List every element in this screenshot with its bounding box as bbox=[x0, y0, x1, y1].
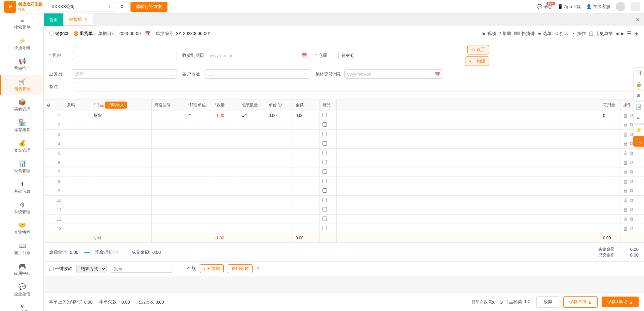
copy-icon[interactable]: ⧉ bbox=[630, 150, 633, 156]
user-menu-icon[interactable] bbox=[631, 2, 640, 11]
delete-icon[interactable]: 🗑 bbox=[623, 217, 628, 222]
float-add-button[interactable]: ⊕ bbox=[633, 90, 644, 101]
sidebar-item-marketing[interactable]: 📢 营销推广 bbox=[0, 54, 43, 75]
discount-help-icon[interactable]: ? bbox=[116, 250, 118, 255]
abandon-button[interactable]: 放弃 bbox=[536, 296, 559, 308]
customer-address-input[interactable]: ... bbox=[205, 69, 310, 79]
gift-checkbox[interactable] bbox=[323, 160, 327, 164]
copy-icon[interactable]: ⧉ bbox=[630, 141, 633, 147]
calendar-icon[interactable]: 📅 bbox=[145, 31, 150, 36]
customer-input[interactable]: ... bbox=[72, 51, 177, 60]
delete-icon[interactable]: 🗑 bbox=[623, 160, 628, 165]
sidebar-item-member[interactable]: V 畅会员 bbox=[0, 300, 43, 311]
copy-icon[interactable]: ⧉ bbox=[630, 197, 633, 203]
gift-checkbox[interactable] bbox=[323, 151, 327, 155]
bank-account-input[interactable] bbox=[111, 265, 173, 273]
unit-1[interactable]: 个 bbox=[185, 111, 212, 120]
sidebar-item-inventory[interactable]: 🏪 库存核算 bbox=[0, 116, 43, 136]
gift-checkbox-1[interactable] bbox=[323, 113, 327, 117]
gift-checkbox[interactable] bbox=[323, 207, 327, 211]
delete-icon[interactable]: 🗑 bbox=[623, 151, 628, 156]
select-button[interactable]: ☰ 选单 bbox=[537, 31, 552, 37]
gift-checkbox[interactable] bbox=[323, 179, 327, 183]
calc-method-select[interactable]: 结算方式 bbox=[76, 265, 107, 273]
sidebar-item-wechat[interactable]: 💬 企业微信 bbox=[0, 280, 43, 300]
copy-icon[interactable]: ⧉ bbox=[630, 122, 633, 128]
sidebar-item-appstore[interactable]: 🎮 应用中心 bbox=[0, 259, 43, 280]
product-1[interactable]: 拆货 bbox=[91, 111, 152, 120]
scan-button[interactable]: 扫码录入 bbox=[105, 102, 127, 109]
gift-checkbox[interactable] bbox=[323, 141, 327, 146]
company-selector[interactable]: XXXXX公司 ▼ bbox=[48, 2, 115, 11]
amount-1[interactable]: 0.00 bbox=[293, 111, 320, 120]
operations-button[interactable]: ⋯ 操作 bbox=[571, 31, 586, 37]
close-all-tabs-button[interactable]: ✕ bbox=[632, 16, 644, 23]
float-wrench-button[interactable]: 🔧 bbox=[633, 136, 644, 147]
sidebar-item-system[interactable]: ⚙ 系统管理 bbox=[0, 198, 43, 218]
gift-checkbox[interactable] bbox=[323, 217, 327, 221]
print-button[interactable]: 🖨 打印 bbox=[554, 31, 569, 37]
copy-icon[interactable]: ⧉ bbox=[630, 207, 633, 212]
radio-return-order[interactable]: 退货单 bbox=[74, 31, 93, 37]
app-download-button[interactable]: 📱 App下载 bbox=[558, 4, 581, 10]
copy-icon[interactable]: ⧉ bbox=[630, 169, 633, 175]
expected-date-input[interactable]: yyyy-mm-dd 📅 bbox=[344, 69, 443, 79]
shortcut-button[interactable]: ⌨ 快捷键 bbox=[514, 31, 535, 37]
gift-checkbox[interactable] bbox=[323, 169, 327, 174]
tab-sales-order[interactable]: 销货单 ✕ bbox=[64, 13, 93, 26]
add-payment-button[interactable]: + + 添加 bbox=[200, 264, 224, 273]
copy-icon[interactable]: ⧉ bbox=[630, 131, 633, 137]
logistics-button[interactable]: + + 物流 bbox=[465, 56, 489, 66]
barcode-1[interactable] bbox=[64, 111, 91, 120]
fee-split-button[interactable]: 费用分摊 bbox=[228, 264, 253, 273]
try-solution-button[interactable]: 体验行业方案 bbox=[130, 2, 167, 12]
remarks-input[interactable] bbox=[75, 82, 639, 91]
float-pencil-button[interactable]: ✏ bbox=[633, 113, 644, 124]
fee-help-icon[interactable]: ? bbox=[257, 266, 259, 271]
due-date-input[interactable]: yyyy-mm-dd 📅 bbox=[207, 51, 310, 60]
delete-icon[interactable]: 🗑 bbox=[623, 226, 628, 231]
delete-icon[interactable]: 🗑 bbox=[623, 179, 628, 184]
tab-close-icon[interactable]: ✕ bbox=[84, 17, 87, 22]
gift-checkbox[interactable] bbox=[323, 198, 327, 202]
delete-icon[interactable]: 🗑 bbox=[623, 122, 628, 128]
copy-icon[interactable]: ⧉ bbox=[630, 179, 633, 184]
copy-icon[interactable]: ⧉ bbox=[630, 226, 633, 231]
pkg-1[interactable]: 1个 bbox=[239, 111, 266, 120]
copy-icon[interactable]: ⧉ bbox=[630, 188, 633, 194]
expected-date-calendar-icon[interactable]: 📅 bbox=[435, 72, 440, 77]
warehouse-input[interactable]: 建材仓 ... bbox=[338, 51, 443, 60]
spec-1[interactable] bbox=[152, 111, 185, 120]
gift-checkbox[interactable] bbox=[323, 132, 327, 136]
price-1[interactable]: 0.00 bbox=[266, 111, 293, 120]
sidebar-item-quicknav[interactable]: ⚡ 快捷导航 bbox=[0, 34, 43, 54]
sidebar-item-management[interactable]: 📊 经营管理 bbox=[0, 157, 43, 177]
sidebar-item-purchase[interactable]: 📦 采购管理 bbox=[0, 95, 43, 116]
gift-checkbox[interactable] bbox=[323, 188, 327, 193]
delete-icon-1[interactable]: 🗑 bbox=[623, 113, 628, 118]
gift-checkbox[interactable] bbox=[323, 226, 327, 230]
tab-home[interactable]: 首页 bbox=[44, 13, 64, 26]
copy-icon[interactable]: ⧉ bbox=[630, 160, 633, 165]
delete-icon[interactable]: 🗑 bbox=[623, 169, 628, 175]
delete-icon[interactable]: 🗑 bbox=[623, 188, 628, 194]
salesperson-input[interactable]: 选择... ... bbox=[72, 69, 177, 79]
due-date-calendar-icon[interactable]: 📅 bbox=[302, 53, 307, 58]
arrears-help-icon[interactable]: ? bbox=[118, 300, 120, 304]
sidebar-item-basic[interactable]: ℹ 基础信息 bbox=[0, 177, 43, 198]
delete-icon[interactable]: 🗑 bbox=[623, 132, 628, 137]
float-lock-button[interactable]: 🔒 bbox=[633, 79, 644, 89]
copy-icon[interactable]: ⧉ bbox=[630, 216, 633, 222]
sidebar-item-sales[interactable]: 🛒 销售管理 bbox=[0, 75, 43, 95]
one-click-payment-checkbox[interactable]: 一键收款 bbox=[49, 266, 72, 272]
save-new-button[interactable]: 保存&新增 ▲ bbox=[602, 297, 639, 307]
grid-view-button[interactable]: ⊞ bbox=[634, 30, 639, 37]
delete-icon[interactable]: 🗑 bbox=[623, 198, 628, 203]
next-record-button[interactable]: ▶ bbox=[621, 31, 624, 36]
th-settings[interactable]: ⚙ bbox=[44, 100, 54, 111]
help-button[interactable]: ? 帮助 bbox=[499, 31, 511, 37]
video-button[interactable]: ▶ 视频 bbox=[483, 31, 496, 37]
qty-1[interactable]: -1.00 bbox=[212, 111, 239, 120]
history-button[interactable]: 📋 历史单据 bbox=[589, 31, 613, 37]
list-view-button[interactable]: ☰ bbox=[627, 30, 632, 37]
